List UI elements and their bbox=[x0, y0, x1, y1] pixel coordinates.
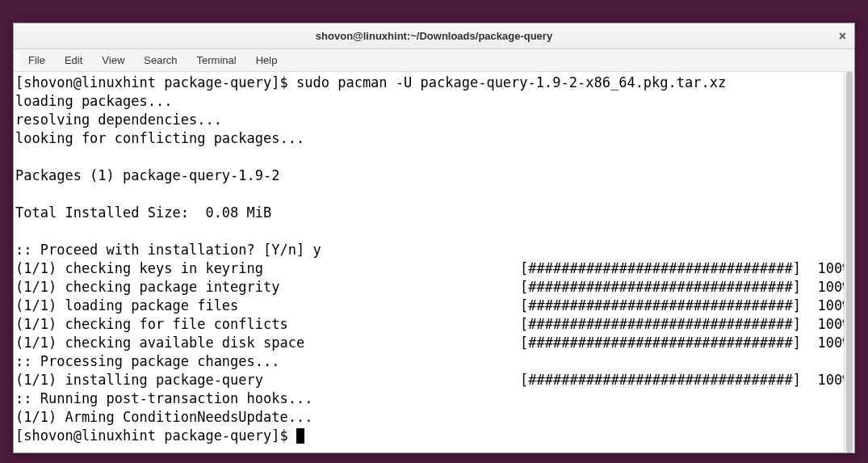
output-line: resolving dependencies... bbox=[15, 112, 222, 128]
shell-prompt: [shovon@linuxhint package-query]$ bbox=[15, 427, 296, 444]
progress-step: (1/1) checking keys in keyring bbox=[15, 259, 520, 278]
output-line: loading packages... bbox=[15, 93, 172, 109]
terminal-window: shovon@linuxhint:~/Downloads/package-que… bbox=[13, 23, 855, 453]
window-title: shovon@linuxhint:~/Downloads/package-que… bbox=[316, 30, 552, 42]
progress-step: (1/1) loading package files bbox=[15, 297, 520, 315]
progress-bar: [################################] 100% bbox=[520, 315, 850, 334]
progress-bar: [################################] 100% bbox=[520, 297, 850, 315]
menu-view[interactable]: View bbox=[92, 51, 134, 69]
shell-prompt: [shovon@linuxhint package-query]$ bbox=[15, 74, 296, 90]
scrollbar[interactable] bbox=[844, 72, 854, 452]
output-line: looking for conflicting packages... bbox=[15, 130, 304, 146]
menu-help[interactable]: Help bbox=[246, 51, 287, 69]
progress-step: (1/1) installing package-query bbox=[15, 371, 520, 389]
cursor-block bbox=[296, 428, 304, 444]
output-line: :: Running post-transaction hooks... bbox=[15, 390, 312, 406]
menu-search[interactable]: Search bbox=[134, 51, 187, 69]
progress-bar: [################################] 100% bbox=[520, 278, 850, 297]
output-line: Total Installed Size: 0.08 MiB bbox=[15, 204, 271, 221]
progress-bar: [################################] 100% bbox=[520, 371, 850, 389]
scrollbar-thumb[interactable] bbox=[846, 72, 853, 452]
output-line: :: Proceed with installation? [Y/n] y bbox=[15, 242, 321, 258]
command-text: sudo pacman -U package-query-1.9-2-x86_6… bbox=[296, 74, 726, 90]
terminal-output[interactable]: [shovon@linuxhint package-query]$ sudo p… bbox=[14, 72, 854, 452]
output-line: Packages (1) package-query-1.9-2 bbox=[15, 167, 280, 183]
menu-file[interactable]: File bbox=[19, 51, 55, 69]
close-icon[interactable]: × bbox=[839, 30, 846, 43]
progress-step: (1/1) checking for file conflicts bbox=[15, 315, 520, 334]
output-line: :: Processing package changes... bbox=[15, 353, 280, 369]
menu-terminal[interactable]: Terminal bbox=[187, 51, 246, 69]
progress-step: (1/1) checking available disk space bbox=[15, 334, 520, 352]
output-line: (1/1) Arming ConditionNeedsUpdate... bbox=[15, 409, 312, 425]
progress-bar: [################################] 100% bbox=[520, 259, 850, 278]
titlebar: shovon@linuxhint:~/Downloads/package-que… bbox=[14, 23, 854, 49]
menubar: File Edit View Search Terminal Help bbox=[14, 49, 854, 72]
progress-bar: [################################] 100% bbox=[520, 334, 850, 352]
menu-edit[interactable]: Edit bbox=[55, 51, 92, 69]
progress-step: (1/1) checking package integrity bbox=[15, 278, 520, 297]
